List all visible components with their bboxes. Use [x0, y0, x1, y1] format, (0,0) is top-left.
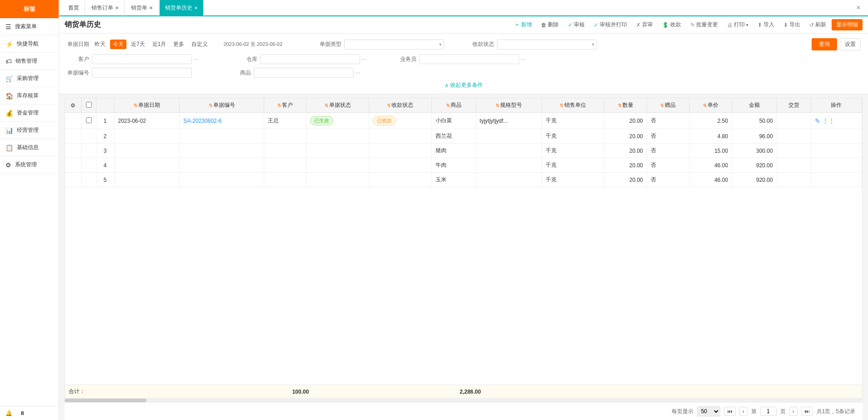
col-doc-status-header[interactable]: ⇅单据状态	[306, 98, 369, 113]
scrollbar-thumb[interactable]	[65, 399, 146, 402]
date-btn-custom[interactable]: 自定义	[189, 40, 211, 49]
audit-button[interactable]: ✓ 审核	[564, 19, 588, 30]
col-qty-header[interactable]: ⇅数量	[604, 98, 647, 113]
select-all-checkbox[interactable]	[86, 102, 92, 108]
settings-button[interactable]: 设置	[840, 38, 861, 50]
customer-input[interactable]	[92, 54, 192, 64]
prev-page-btn[interactable]: ‹	[739, 407, 748, 416]
tab-home[interactable]: 首页	[63, 0, 85, 16]
row-action[interactable]	[811, 129, 862, 144]
doc-number-input[interactable]	[92, 68, 192, 78]
col-check-header[interactable]	[81, 98, 96, 113]
sidebar-item-sales-mgmt[interactable]: 🏷 销售管理	[0, 53, 59, 70]
close-tab-sales-goods[interactable]: ✕	[149, 5, 153, 10]
close-tab-sales-history[interactable]: ✕	[194, 5, 198, 10]
row-check[interactable]	[81, 144, 96, 158]
warehouse-more-icon[interactable]: ···	[362, 56, 366, 62]
add-button[interactable]: ＋ 新增	[511, 19, 536, 30]
import-button[interactable]: ⬆ 导入	[754, 19, 778, 30]
sidebar-item-finance[interactable]: 💰 资金管理	[0, 105, 59, 122]
col-doc-date-header[interactable]: ⇅单据日期	[114, 98, 180, 113]
sidebar-item-operations[interactable]: 📊 经营管理	[0, 122, 59, 139]
col-settings-header[interactable]: ⚙	[65, 98, 81, 113]
query-button[interactable]: 查询	[812, 38, 837, 50]
collect-status-input[interactable]	[497, 40, 597, 50]
col-gift-header[interactable]: ⇅赠品	[647, 98, 690, 113]
doc-number-link[interactable]: SA-20230602-6	[183, 118, 221, 124]
collect-status-dropdown-icon[interactable]: ▾	[592, 42, 594, 47]
doc-type-input[interactable]	[344, 40, 444, 50]
tab-sales-history[interactable]: 销货单历史 ✕	[160, 0, 204, 16]
per-page-select[interactable]: 50 100 200	[697, 406, 720, 416]
page-number-input[interactable]	[760, 407, 777, 416]
sidebar-item-system-mgmt[interactable]: ⚙ 系统管理	[0, 156, 59, 174]
tab-sales-order[interactable]: 销售订单 ✕	[86, 0, 125, 16]
more-icon[interactable]: ⋮⋮	[822, 117, 835, 125]
edit-icon[interactable]: ✎	[815, 117, 820, 125]
date-btn-1month[interactable]: 近1月	[150, 40, 169, 49]
row-check[interactable]	[81, 129, 96, 144]
row-doc-number[interactable]	[180, 144, 264, 158]
pause-icon[interactable]: ⏸	[20, 410, 25, 416]
col-goods-header[interactable]: ⇅商品	[431, 98, 476, 113]
col-unit-price-header[interactable]: ⇅单价	[689, 98, 732, 113]
sidebar-item-purchase-mgmt[interactable]: 🛒 采购管理	[0, 70, 59, 87]
salesperson-input[interactable]	[419, 54, 519, 64]
date-btn-yesterday[interactable]: 昨天	[92, 40, 108, 49]
col-unit-header[interactable]: ⇅销售单位	[542, 98, 604, 113]
row-action[interactable]: ✎⋮⋮	[811, 113, 862, 129]
col-spec-header[interactable]: ⇅规格型号	[476, 98, 542, 113]
batch-change-button[interactable]: ✎ 批量变更	[687, 19, 722, 30]
abandon-button[interactable]: ✗ 弃审	[632, 19, 657, 30]
sidebar-item-search-menu[interactable]: ☰ 搜索菜单	[0, 18, 59, 35]
date-btn-7days[interactable]: 近7天	[128, 40, 148, 49]
row-doc-status: 已生效	[306, 113, 369, 129]
first-page-btn[interactable]: ⏮	[724, 407, 736, 416]
row-check[interactable]	[81, 158, 96, 173]
col-transaction-header: 交货	[777, 98, 811, 113]
export-button[interactable]: ⬇ 导出	[780, 19, 804, 30]
audit-print-button[interactable]: ✓ 审核并打印	[590, 19, 631, 30]
refresh-button[interactable]: ↺ 刷新	[806, 19, 830, 30]
date-btn-today[interactable]: 今天	[110, 40, 126, 49]
row-doc-number[interactable]	[180, 173, 264, 187]
horizontal-scrollbar[interactable]	[65, 399, 863, 402]
delete-button[interactable]: 🗑 删除	[537, 19, 562, 30]
date-btn-more[interactable]: 更多	[171, 40, 187, 49]
close-tab-sales-order[interactable]: ✕	[115, 5, 119, 10]
notification-icon[interactable]: 🔔	[5, 410, 12, 416]
collapse-more-btn[interactable]: ∧ 收起更多条件	[66, 81, 861, 89]
col-customer-header[interactable]: ⇅客户	[264, 98, 306, 113]
row-checkbox[interactable]	[86, 117, 92, 123]
salesperson-more-icon[interactable]: ···	[521, 56, 526, 62]
col-collect-status-header[interactable]: ⇅收款状态	[369, 98, 432, 113]
sidebar-item-inventory[interactable]: 🏠 库存核算	[0, 87, 59, 105]
total-info: 共1页，5条记录	[817, 408, 855, 415]
col-seq-header	[96, 98, 114, 113]
customer-more-icon[interactable]: ···	[194, 56, 198, 62]
row-check[interactable]	[81, 173, 96, 187]
print-button[interactable]: 🖨 打印 ▾	[723, 19, 752, 30]
sidebar-item-quick-nav[interactable]: ⚡ 快捷导航	[0, 35, 59, 53]
warehouse-input[interactable]	[260, 54, 360, 64]
row-action[interactable]	[811, 173, 862, 187]
goods-input[interactable]	[254, 68, 354, 78]
row-action[interactable]	[811, 158, 862, 173]
sidebar-item-basic-info[interactable]: 📋 基础信息	[0, 139, 59, 156]
row-goods: 猪肉	[431, 144, 476, 158]
row-action[interactable]	[811, 144, 862, 158]
collect-button[interactable]: 💲 收款	[658, 19, 685, 30]
doc-type-dropdown-icon[interactable]: ▾	[439, 42, 442, 47]
show-detail-button[interactable]: 显示明细	[832, 19, 863, 30]
tab-sales-goods[interactable]: 销货单 ✕	[125, 0, 159, 16]
last-page-btn[interactable]: ⏭	[801, 407, 813, 416]
row-doc-number[interactable]	[180, 129, 264, 144]
row-goods: 西兰花	[431, 129, 476, 144]
window-close-icon[interactable]: ✕	[853, 3, 864, 13]
row-check[interactable]	[81, 113, 96, 129]
goods-more-icon[interactable]: ···	[356, 70, 360, 76]
row-doc-number[interactable]	[180, 158, 264, 173]
next-page-btn[interactable]: ›	[789, 407, 798, 416]
col-doc-number-header[interactable]: ⇅单据编号	[180, 98, 264, 113]
row-doc-number[interactable]: SA-20230602-6	[180, 113, 264, 129]
